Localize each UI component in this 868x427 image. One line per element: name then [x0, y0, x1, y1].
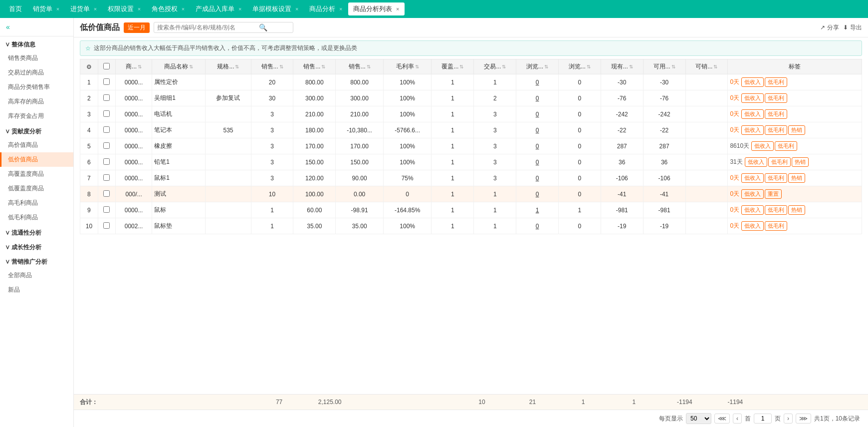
close-roles-icon[interactable]: × [182, 6, 185, 12]
sidebar-item-low-coverage[interactable]: 低覆盖度商品 [0, 181, 73, 196]
col-browse2[interactable]: 浏览...⇅ [559, 59, 601, 74]
sidebar-group-contribution[interactable]: ∨ 贡献度分析 [0, 123, 73, 138]
col-code[interactable]: 商...⇅ [115, 59, 152, 74]
nav-analysis-list[interactable]: 商品分析列表 × [348, 2, 404, 15]
nav-permissions[interactable]: 权限设置 × [103, 2, 146, 15]
col-settings[interactable]: ⚙ [80, 59, 98, 74]
browse-link[interactable]: 1 [536, 207, 539, 214]
nav-sales[interactable]: 销货单 × [28, 2, 64, 15]
row-checkbox[interactable] [103, 78, 110, 85]
sidebar-item-traded-products[interactable]: 交易过的商品 [0, 65, 73, 80]
sort-coverage-icon[interactable]: ⇅ [459, 64, 463, 69]
row-checkbox[interactable] [103, 206, 110, 213]
col-coverage[interactable]: 覆盖...⇅ [432, 59, 474, 74]
sidebar-item-high-value[interactable]: 高价值商品 [0, 138, 73, 152]
sort-margin-icon[interactable]: ⇅ [415, 64, 419, 69]
row-checkbox[interactable] [103, 126, 110, 133]
sort-saleable-icon[interactable]: ⇅ [713, 64, 717, 69]
browse-link[interactable]: 0 [536, 79, 539, 86]
col-sales-price[interactable]: 销售...⇅ [293, 59, 336, 74]
nav-template[interactable]: 单据模板设置 × [247, 2, 303, 15]
last-page-btn[interactable]: ⋙ [796, 414, 811, 424]
sidebar-collapse-btn[interactable]: « [4, 21, 12, 33]
cell-checkbox[interactable] [98, 138, 115, 154]
nav-product-inbound[interactable]: 产成品入库单 × [191, 2, 246, 15]
sort-amount-icon[interactable]: ⇅ [367, 64, 371, 69]
sort-code-icon[interactable]: ⇅ [138, 64, 142, 69]
sidebar-item-high-margin[interactable]: 高毛利商品 [0, 196, 73, 210]
sort-qty-icon[interactable]: ⇅ [279, 64, 283, 69]
col-saleable[interactable]: 可销...⇅ [685, 59, 728, 74]
export-button[interactable]: ⬇ 导出 [843, 23, 862, 32]
col-checkbox[interactable] [98, 59, 115, 74]
row-checkbox[interactable] [103, 174, 110, 181]
browse-link[interactable]: 0 [536, 175, 539, 182]
browse-link[interactable]: 0 [536, 95, 539, 102]
row-checkbox[interactable] [103, 142, 110, 149]
sidebar-group-overall[interactable]: ∨ 整体信息 [0, 36, 73, 51]
cell-checkbox[interactable] [98, 218, 115, 234]
close-inbound-icon[interactable]: × [238, 6, 241, 12]
close-template-icon[interactable]: × [295, 6, 298, 12]
col-spec[interactable]: 规格...⇅ [206, 59, 251, 74]
row-checkbox[interactable] [103, 94, 110, 101]
col-sales-qty[interactable]: 销售...⇅ [251, 59, 293, 74]
browse-link[interactable]: 0 [536, 143, 539, 150]
sort-stock-icon[interactable]: ⇅ [629, 64, 633, 69]
page-size-select[interactable]: 20 50 100 [686, 413, 711, 424]
sidebar-group-marketing[interactable]: ∨ 营销推广分析 [0, 254, 73, 268]
next-page-btn[interactable]: › [784, 414, 793, 424]
col-browse1[interactable]: 浏览...⇅ [516, 59, 559, 74]
col-current-stock[interactable]: 现有...⇅ [601, 59, 643, 74]
sidebar-item-high-coverage[interactable]: 高覆盖度商品 [0, 167, 73, 181]
sidebar-item-low-value[interactable]: 低价值商品 [0, 152, 73, 167]
browse-link[interactable]: 0 [536, 127, 539, 134]
close-permissions-icon[interactable]: × [138, 6, 141, 12]
search-icon[interactable]: 🔍 [259, 23, 267, 31]
nav-home[interactable]: 首页 [4, 2, 27, 15]
nav-roles[interactable]: 角色授权 × [147, 2, 190, 15]
browse-link[interactable]: 0 [536, 159, 539, 166]
sort-name-icon[interactable]: ⇅ [189, 64, 193, 69]
col-sales-amount[interactable]: 销售...⇅ [336, 59, 384, 74]
sort-spec-icon[interactable]: ⇅ [235, 64, 239, 69]
sidebar-item-high-stock[interactable]: 高库存的商品 [0, 94, 73, 109]
nav-purchase[interactable]: 进货单 × [65, 2, 102, 15]
browse-link[interactable]: 0 [536, 111, 539, 118]
cell-checkbox[interactable] [98, 122, 115, 138]
row-checkbox[interactable] [103, 110, 110, 117]
sort-transactions-icon[interactable]: ⇅ [502, 64, 506, 69]
cell-checkbox[interactable] [98, 74, 115, 90]
cell-checkbox[interactable] [98, 186, 115, 202]
share-button[interactable]: ↗ 分享 [820, 23, 839, 32]
sort-price-icon[interactable]: ⇅ [321, 64, 325, 69]
sidebar-item-sales-products[interactable]: 销售类商品 [0, 51, 73, 65]
sidebar-item-category-sales[interactable]: 商品分类销售率 [0, 80, 73, 94]
sidebar-item-low-margin[interactable]: 低毛利商品 [0, 210, 73, 225]
sidebar-item-all-products[interactable]: 全部商品 [0, 268, 73, 283]
nav-product-analysis[interactable]: 商品分析 × [304, 2, 347, 15]
cell-checkbox[interactable] [98, 202, 115, 218]
col-available[interactable]: 可用...⇅ [643, 59, 685, 74]
close-analysis-list-icon[interactable]: × [396, 6, 399, 12]
close-sales-icon[interactable]: × [56, 6, 59, 12]
select-all-checkbox[interactable] [103, 63, 110, 69]
browse-link[interactable]: 0 [536, 191, 539, 198]
sidebar-item-stock-capital[interactable]: 库存资金占用 [0, 109, 73, 123]
col-gross-margin[interactable]: 毛利率⇅ [383, 59, 432, 74]
sort-browse1-icon[interactable]: ⇅ [544, 64, 548, 69]
cell-checkbox[interactable] [98, 170, 115, 186]
prev-page-btn[interactable]: ‹ [733, 414, 742, 424]
sort-browse2-icon[interactable]: ⇅ [587, 64, 591, 69]
sidebar-item-new-products[interactable]: 新品 [0, 283, 73, 297]
sidebar-group-growth[interactable]: ∨ 成长性分析 [0, 239, 73, 254]
cell-checkbox[interactable] [98, 106, 115, 122]
date-range-tag[interactable]: 近一月 [124, 22, 150, 33]
search-input[interactable] [157, 24, 257, 31]
page-input[interactable] [754, 414, 772, 424]
first-page-btn[interactable]: ⋘ [714, 414, 730, 424]
row-checkbox[interactable] [103, 190, 110, 197]
col-name[interactable]: 商品名称⇅ [152, 59, 206, 74]
close-purchase-icon[interactable]: × [94, 6, 97, 12]
row-checkbox[interactable] [103, 158, 110, 165]
